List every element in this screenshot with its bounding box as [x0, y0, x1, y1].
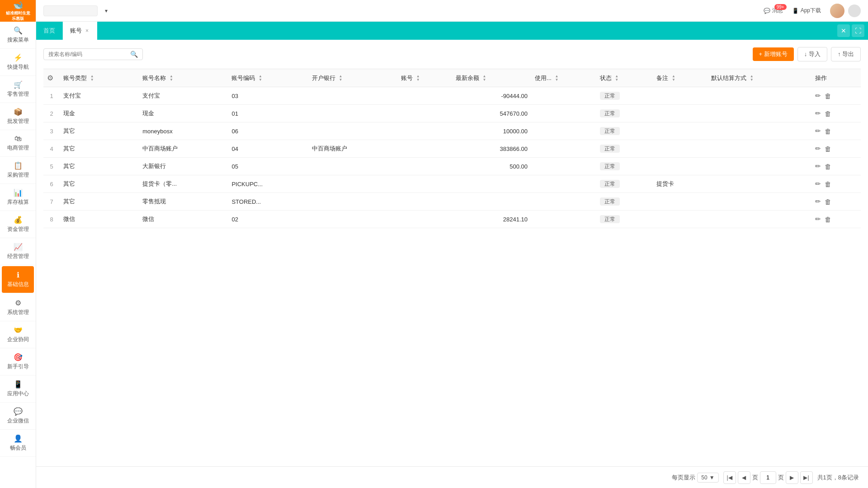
cell-no-5: 6 [43, 175, 60, 193]
add-account-button[interactable]: + 新增账号 [753, 47, 794, 61]
tab-accounts-label: 账号 [70, 27, 82, 35]
cell-type-1: 现金 [60, 105, 139, 122]
search-input[interactable] [48, 51, 127, 57]
export-button[interactable]: ↑ 导出 [831, 47, 861, 61]
action-icons-6: ✏ 🗑 [815, 197, 857, 206]
message-button[interactable]: 💬 消息 99+ [764, 7, 783, 14]
sidebar-item-inventory[interactable]: 📊 库存核算 [0, 184, 36, 211]
pagination-bar: 每页显示 50 ▼ |◀ ◀ 页 页 ▶ ▶| 共1页，8条记录 [36, 466, 868, 488]
tab-accounts[interactable]: 账号 × [63, 22, 97, 40]
delete-icon-7[interactable]: 🗑 [825, 216, 831, 223]
edit-icon-6[interactable]: ✏ [815, 197, 821, 206]
delete-icon-1[interactable]: 🗑 [825, 110, 831, 117]
edit-icon-4[interactable]: ✏ [815, 162, 821, 170]
sort-icon-name: ▲▼ [170, 75, 173, 82]
toolbar: 🔍 + 新增账号 ↓ 导入 ↑ 导出 [43, 47, 861, 61]
cell-name-4: 大新银行 [139, 158, 228, 175]
nav-label-guide: 新手引导 [7, 363, 29, 370]
cell-balance-2: 10000.00 [452, 122, 531, 140]
sidebar-item-app-center[interactable]: 📱 应用中心 [0, 375, 36, 403]
cell-name-6: 零售抵现 [139, 193, 228, 211]
sidebar-item-agreement[interactable]: 🤝 企业协同 [0, 321, 36, 348]
cell-name-3: 中百商场账户 [139, 140, 228, 158]
delete-icon-6[interactable]: 🗑 [825, 198, 831, 206]
cell-bank-4 [308, 158, 397, 175]
cell-bank-6 [308, 193, 397, 211]
table-row: 3 其它 moneybosx 06 10000.00 正常 ✏ 🗑 [43, 122, 861, 140]
tab-close-icon[interactable]: × [85, 27, 90, 35]
cell-name-2: moneybosx [139, 122, 228, 140]
nav-label-basic: 基础信息 [7, 281, 29, 287]
edit-icon-1[interactable]: ✏ [815, 109, 821, 117]
sidebar-item-system[interactable]: ⚙ 系统管理 [0, 294, 36, 321]
app-download-button[interactable]: 📱 App下载 [792, 7, 821, 14]
delete-icon-2[interactable]: 🗑 [825, 127, 831, 135]
cell-account-4 [397, 158, 452, 175]
tab-expand-button[interactable]: ⛶ [852, 24, 864, 37]
cell-no-2: 3 [43, 122, 60, 140]
tab-minimize-button[interactable]: ✕ [837, 24, 850, 37]
cell-account-7 [397, 211, 452, 228]
action-icons-7: ✏ 🗑 [815, 215, 857, 223]
delete-icon-3[interactable]: 🗑 [825, 145, 831, 153]
settings-icon[interactable]: ⚙ [47, 74, 53, 82]
status-badge: 正常 [600, 162, 620, 170]
avatar-secondary[interactable] [848, 5, 861, 17]
sidebar-item-purchase[interactable]: 📋 采购管理 [0, 157, 36, 184]
tab-home[interactable]: 首页 [36, 22, 63, 40]
edit-icon-7[interactable]: ✏ [815, 215, 821, 223]
sidebar-item-basic[interactable]: ℹ 基础信息 [2, 266, 34, 293]
nav-label-ecommerce: 电商管理 [7, 145, 29, 151]
th-operation: 操作 [811, 69, 861, 87]
th-settings: ⚙ [43, 69, 60, 87]
edit-icon-3[interactable]: ✏ [815, 145, 821, 153]
next-page-button[interactable]: ▶ [786, 471, 798, 484]
sidebar-item-search[interactable]: 🔍 搜索菜单 [0, 22, 36, 49]
cell-account-0 [397, 87, 452, 105]
prev-page-button[interactable]: ◀ [738, 471, 750, 484]
delete-icon-0[interactable]: 🗑 [825, 92, 831, 100]
nav-icon-wechat: 💬 [2, 407, 34, 416]
edit-icon-5[interactable]: ✏ [815, 180, 821, 188]
cell-action-1: ✏ 🗑 [811, 105, 861, 122]
avatar[interactable] [830, 4, 844, 18]
delete-icon-5[interactable]: 🗑 [825, 180, 831, 188]
import-button[interactable]: ↓ 导入 [797, 47, 827, 61]
th-account-num: 账号 ▲▼ [397, 69, 452, 87]
sidebar-item-ecommerce[interactable]: 🛍 电商管理 [0, 130, 36, 157]
edit-icon-0[interactable]: ✏ [815, 92, 821, 100]
cell-type-0: 支付宝 [60, 87, 139, 105]
header-right: 💬 消息 99+ 📱 App下载 [764, 4, 861, 18]
last-page-button[interactable]: ▶| [800, 471, 813, 484]
sidebar: 🐋 鲸准精时生意 乐惠版 🔍 搜索菜单 ⚡ 快捷导航 🛒 零售管理 📦 批发管理… [0, 0, 36, 488]
sidebar-item-member[interactable]: 👤 畅会员 [0, 430, 36, 457]
cell-code-0: 03 [228, 87, 308, 105]
page-number-input[interactable] [760, 471, 776, 484]
logo-text: 鲸准精时生意 [6, 11, 30, 16]
sidebar-item-wholesale[interactable]: 📦 批发管理 [0, 103, 36, 130]
search-icon[interactable]: 🔍 [130, 51, 138, 58]
sidebar-item-operation[interactable]: 📈 经营管理 [0, 238, 36, 265]
page-size-select[interactable]: 50 ▼ [697, 473, 718, 483]
nav-label-system: 系统管理 [7, 309, 29, 315]
first-page-button[interactable]: |◀ [723, 471, 736, 484]
sidebar-item-shortcut[interactable]: ⚡ 快捷导航 [0, 49, 36, 76]
cell-action-6: ✏ 🗑 [811, 193, 861, 211]
cell-payment-2 [708, 122, 811, 140]
cell-balance-6 [452, 193, 531, 211]
cell-balance-0: -90444.00 [452, 87, 531, 105]
sidebar-item-finance[interactable]: 💰 资金管理 [0, 211, 36, 238]
nav-label-inventory: 库存核算 [7, 199, 29, 205]
accounts-table: ⚙ 账号类型 ▲▼ 账号名称 ▲▼ 账号编码 ▲▼ 开户 [43, 69, 861, 228]
page-unit-label: 页 [778, 474, 784, 482]
sidebar-item-guide[interactable]: 🎯 新手引导 [0, 348, 36, 375]
header-dropdown[interactable]: ▾ [105, 8, 108, 14]
sidebar-item-retail[interactable]: 🛒 零售管理 [0, 76, 36, 103]
cell-account-3 [397, 140, 452, 158]
edit-icon-2[interactable]: ✏ [815, 127, 821, 135]
sidebar-item-wechat[interactable]: 💬 企业微信 [0, 403, 36, 430]
header-search-input[interactable] [43, 5, 98, 16]
action-icons-5: ✏ 🗑 [815, 180, 857, 188]
delete-icon-4[interactable]: 🗑 [825, 163, 831, 170]
cell-payment-1 [708, 105, 811, 122]
